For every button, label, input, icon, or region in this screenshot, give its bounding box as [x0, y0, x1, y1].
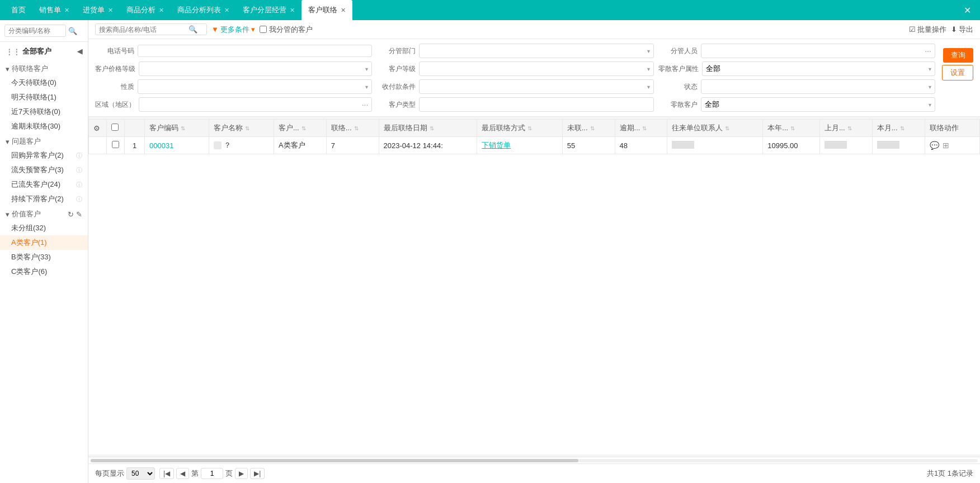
sidebar-item-a-class[interactable]: A类客户(1)	[0, 235, 88, 250]
row-settings-col	[89, 137, 107, 154]
content-area: 🔍 ▼ 更多条件 ▾ 我分管的客户 ☑ 批量操作 ⬇	[88, 20, 980, 483]
last-page-btn[interactable]: ▶|	[250, 468, 265, 479]
row-code[interactable]: 000031	[149, 141, 173, 150]
query-btn[interactable]: 查询	[943, 48, 973, 63]
grid-icon: ⋮⋮	[6, 48, 20, 56]
filter-dept-select[interactable]: ▾	[419, 44, 653, 58]
horizontal-scrollbar[interactable]	[88, 457, 980, 463]
filter-payment-select[interactable]: ▾	[419, 79, 653, 94]
sidebar-item-overdue[interactable]: 逾期未联络(30)	[0, 119, 88, 134]
sidebar-search-input[interactable]	[4, 25, 66, 37]
sort-method-icon[interactable]: ⇅	[527, 125, 532, 131]
nav-customer-contact[interactable]: 客户联络 ✕	[301, 0, 352, 20]
gear-icon[interactable]: ⚙	[93, 124, 100, 132]
filter-customer-type-select[interactable]	[419, 97, 653, 112]
my-customers-checkbox-area[interactable]: 我分管的客户	[260, 25, 313, 35]
sort-no-contact-icon[interactable]: ⇅	[590, 125, 595, 131]
sidebar-all-customers-label[interactable]: 全部客户	[22, 46, 77, 56]
row-last-date: 2023-04-12 14:44:	[384, 141, 443, 150]
sort-date-icon[interactable]: ⇅	[430, 125, 434, 131]
filter-retail-attr-select[interactable]: 全部 ▾	[702, 61, 935, 76]
settings-btn[interactable]: 设置	[942, 65, 973, 80]
export-btn[interactable]: ⬇ 导出	[951, 25, 973, 35]
sidebar-item-ungrouped[interactable]: 未分组(32)	[0, 221, 88, 235]
my-customers-checkbox[interactable]	[260, 26, 267, 33]
col-settings[interactable]: ⚙	[89, 120, 107, 137]
sort-contact-person-icon[interactable]: ⇅	[725, 125, 729, 131]
sort-last-month-icon[interactable]: ⇅	[847, 125, 852, 131]
edit-icon[interactable]: ✎	[76, 210, 82, 219]
filter-customer-level-select[interactable]: ▾	[419, 61, 653, 76]
filter-status-select[interactable]: ▾	[701, 79, 935, 94]
section-problem-customers[interactable]: ▾ 问题客户	[0, 134, 88, 148]
sidebar-item-decline[interactable]: 持续下滑客户(2) ⓘ	[0, 192, 88, 206]
app-close-icon[interactable]: ✕	[959, 5, 976, 16]
row-last-month-col	[819, 137, 872, 154]
col-this-year: 本年...⇅	[763, 120, 820, 137]
nav-sales[interactable]: 销售单 ✕	[32, 0, 76, 20]
sidebar-item-churn[interactable]: 流失预警客户(3) ⓘ	[0, 163, 88, 177]
nav-purchase[interactable]: 进货单 ✕	[76, 0, 120, 20]
sort-type-icon[interactable]: ⇅	[301, 125, 306, 131]
nav-product-analysis[interactable]: 商品分析 ✕	[120, 0, 171, 20]
sidebar-collapse-icon[interactable]: ◀	[77, 48, 82, 55]
row-checkbox[interactable]	[112, 141, 119, 148]
sort-overdue-icon[interactable]: ⇅	[642, 125, 647, 131]
sort-this-month-icon[interactable]: ⇅	[900, 125, 904, 131]
sidebar-search-icon[interactable]: 🔍	[68, 27, 77, 35]
select-all-checkbox[interactable]	[111, 124, 119, 131]
first-page-btn[interactable]: |◀	[159, 468, 174, 479]
nav-product-list[interactable]: 商品分析列表 ✕	[171, 0, 236, 20]
per-page-label: 每页显示	[95, 468, 124, 479]
close-customer-layer-icon[interactable]: ✕	[290, 7, 295, 14]
next-page-btn[interactable]: ▶	[235, 468, 248, 479]
sidebar-item-today[interactable]: 今天待联络(0)	[0, 75, 88, 90]
row-type-col: A类客户	[274, 137, 326, 154]
section-value-customers[interactable]: ▾ 价值客户 ↻ ✎	[0, 206, 88, 221]
funnel-icon: ▼	[211, 25, 219, 34]
close-customer-contact-icon[interactable]: ✕	[341, 7, 346, 14]
scroll-thumb[interactable]	[91, 459, 578, 462]
per-page-select[interactable]: 50 100 200	[126, 467, 155, 480]
row-this-month-col	[872, 137, 925, 154]
filter-more-btn[interactable]: ▼ 更多条件 ▾	[211, 25, 255, 35]
close-purchase-icon[interactable]: ✕	[108, 7, 113, 14]
filter-phone-label: 电话号码	[95, 46, 134, 56]
page-input[interactable]	[201, 468, 223, 479]
prev-page-btn[interactable]: ◀	[176, 468, 189, 479]
sort-year-icon[interactable]: ⇅	[790, 125, 795, 131]
col-last-method: 最后联络方式⇅	[477, 120, 562, 137]
sort-name-icon[interactable]: ⇅	[245, 125, 249, 131]
filter-phone-input[interactable]	[138, 45, 372, 57]
sidebar-item-lost[interactable]: 已流失客户(24) ⓘ	[0, 177, 88, 192]
close-sales-icon[interactable]: ✕	[64, 7, 69, 14]
row-last-month	[824, 141, 847, 149]
nav-home[interactable]: 首页	[4, 0, 32, 20]
filter-person-select[interactable]: ···	[701, 44, 935, 58]
sort-contact-icon[interactable]: ⇅	[354, 125, 359, 131]
sidebar-item-repurchase[interactable]: 回购异常客户(2) ⓘ	[0, 148, 88, 163]
section-pending-contact[interactable]: ▾ 待联络客户	[0, 61, 88, 75]
qr-icon[interactable]: ⊞	[943, 141, 949, 150]
sidebar-item-c-class[interactable]: C类客户(6)	[0, 264, 88, 279]
sidebar-item-week[interactable]: 近7天待联络(0)	[0, 105, 88, 119]
pagination: |◀ ◀ 第 页 ▶ ▶|	[159, 468, 265, 479]
sidebar-item-b-class[interactable]: B类客户(33)	[0, 250, 88, 264]
filter-retail-select[interactable]: 全部 ▾	[701, 97, 935, 112]
nav-customer-layer[interactable]: 客户分层经营 ✕	[236, 0, 301, 20]
filter-customer-type: 客户类型	[376, 97, 653, 112]
sort-code-icon[interactable]: ⇅	[181, 125, 185, 131]
filter-region-select[interactable]: ···	[139, 97, 372, 112]
sidebar-item-tomorrow[interactable]: 明天待联络(1)	[0, 90, 88, 105]
col-name: 客户名称⇅	[209, 120, 274, 137]
row-last-method[interactable]: 下销货单	[482, 141, 511, 149]
filter-price-level-select[interactable]: ▾	[139, 61, 372, 76]
batch-op-btn[interactable]: ☑ 批量操作	[909, 25, 946, 35]
toolbar-search-input[interactable]	[99, 26, 189, 34]
toolbar-search-icon[interactable]: 🔍	[189, 25, 197, 34]
close-product-analysis-icon[interactable]: ✕	[159, 7, 164, 14]
filter-nature-select[interactable]: ▾	[138, 79, 372, 94]
refresh-icon[interactable]: ↻	[68, 210, 74, 219]
chat-icon[interactable]: 💬	[930, 141, 939, 150]
close-product-list-icon[interactable]: ✕	[224, 7, 229, 14]
